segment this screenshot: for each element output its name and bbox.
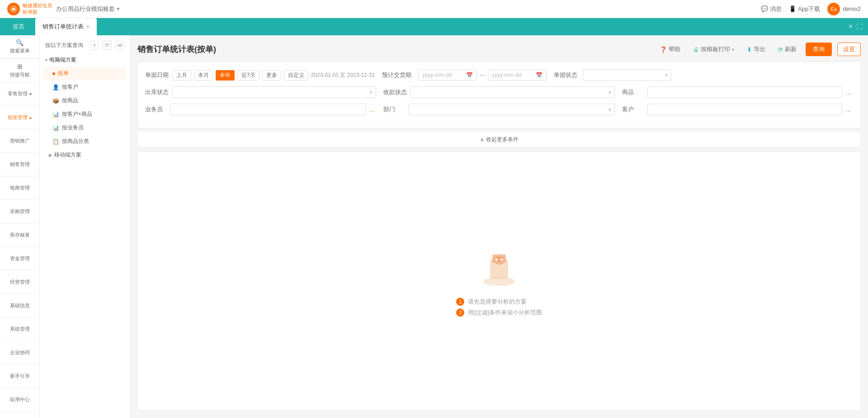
scheme-section-mobile-title[interactable]: ▶ 移动端方案 — [43, 148, 126, 162]
sidebar-item-wechat[interactable]: 企业微信 — [0, 412, 39, 418]
empty-tip-1: 1 请先选择要分析的方案 — [456, 298, 542, 306]
tab-home[interactable]: 首页 — [4, 18, 33, 35]
bill-status-select-wrapper — [583, 69, 671, 81]
tab-active[interactable]: 销售订单统计表 × — [35, 18, 97, 35]
bill-status-select[interactable] — [583, 69, 671, 81]
date-btn-this-year[interactable]: 本年 — [216, 70, 235, 81]
sidebar-item-operations[interactable]: 经营管理 — [0, 271, 39, 294]
date-btn-this-month[interactable]: 本月 — [194, 70, 213, 81]
search-icon: 🔍 — [16, 39, 24, 46]
date-dash: — — [480, 72, 485, 78]
sidebar-item-sales[interactable]: 销售管理 — [0, 153, 39, 176]
department-wrapper — [409, 104, 614, 115]
date-btn-custom[interactable]: 自定义 — [284, 70, 308, 81]
filter-customer: 客户 ... — [622, 104, 853, 115]
sidebar-item-system[interactable]: 系统管理 — [0, 318, 39, 341]
sidebar-item-finance[interactable]: 资金管理 — [0, 247, 39, 271]
sidebar-item-purchase[interactable]: 采购管理 — [0, 200, 39, 223]
sales-person-dots-btn[interactable]: ... — [368, 106, 377, 113]
scheme-item-by-category[interactable]: 📋 按商品分类 — [43, 135, 126, 148]
date-btn-last7[interactable]: 近7天 — [237, 70, 259, 81]
ship-status-select[interactable] — [172, 86, 376, 98]
customer-label: 客户 — [622, 105, 644, 114]
date-start-input[interactable]: yyyy-mm-dd 📅 — [418, 70, 477, 81]
filter-row-3: 业务员 ... 部门 — [145, 104, 853, 115]
right-panel: 销售订单统计表(按单) ❓ 帮助 🖨 按模板打印 ▾ ⬇ — [130, 35, 868, 418]
customer-input[interactable] — [647, 104, 843, 115]
scheme-section-mobile: ▶ 移动端方案 — [40, 148, 130, 162]
messages-btn[interactable]: 💬 消息 — [761, 5, 782, 13]
scheme-item-by-cust-prod[interactable]: 📊 按客户+商品 — [43, 108, 126, 121]
date-btn-group: 上月 本月 本年 近7天 更多 自定义 2023-01-01 至 2023-12… — [172, 70, 375, 81]
department-select[interactable] — [409, 104, 614, 115]
query-btn[interactable]: 查询 — [806, 43, 832, 56]
scheme-refresh-btn[interactable]: ⟳ — [103, 41, 112, 50]
sidebar-search[interactable]: 🔍 搜索菜单 — [0, 35, 39, 59]
product-input-group: ... — [647, 86, 853, 98]
scheme-panel-header: 按以下方案查询 + ⟳ ≪ — [40, 41, 130, 53]
product-dots-btn[interactable]: ... — [844, 89, 853, 96]
settings-btn[interactable]: 设置 — [837, 43, 861, 56]
sidebar-item-corp[interactable]: 企业协同 — [0, 341, 39, 365]
expected-date-label: 预计交货期 — [382, 71, 415, 79]
sidebar-item-ecommerce[interactable]: 电商管理 — [0, 176, 39, 200]
help-icon: ❓ — [660, 46, 667, 53]
logo-icon — [7, 3, 20, 15]
print-btn[interactable]: 🖨 按模板打印 ▾ — [689, 43, 738, 55]
date-range-text: 2023-01-01 至 2023-12-31 — [311, 71, 375, 79]
sidebar-item-appstore[interactable]: 应用中心 — [0, 388, 39, 412]
sidebar-item-wholesale[interactable]: 批发管理 ▴ — [0, 106, 39, 129]
scheme-item-by-sales[interactable]: 📊 按业务员 — [43, 121, 126, 134]
product-input[interactable] — [647, 86, 843, 98]
sidebar-item-newbie[interactable]: 新手引导 — [0, 365, 39, 388]
scheme-item-by-order[interactable]: 按单 — [43, 67, 126, 80]
bill-status-label: 单据状态 — [554, 71, 579, 79]
sales-person-input[interactable] — [170, 104, 366, 115]
refresh-btn[interactable]: ⟳ 刷新 — [774, 43, 800, 55]
sidebar-quick-nav[interactable]: ⊞ 快捷导航 — [0, 59, 39, 82]
scheme-item-by-product[interactable]: 📦 按商品 — [43, 94, 126, 107]
scheme-add-btn[interactable]: + — [90, 41, 99, 50]
filter-bill-date: 单据日期 上月 本月 本年 近7天 更多 自定义 2023-01-01 至 20… — [145, 70, 375, 81]
tab-close-icon[interactable]: × — [86, 24, 90, 30]
sidebar-item-retail[interactable]: 零售管理 ▾ — [0, 82, 39, 106]
chevron-up-icon: ▴ — [29, 115, 32, 120]
print-dropdown-icon: ▾ — [732, 47, 734, 52]
tab-maximize-btn[interactable]: ⛶ — [856, 23, 863, 30]
avatar: Ea — [827, 3, 840, 15]
sidebar-item-marketing[interactable]: 营销推广 — [0, 129, 39, 153]
page-title: 销售订单统计表(按单) — [137, 44, 216, 55]
tab-minimize-btn[interactable]: × — [849, 23, 853, 31]
payment-status-select[interactable] — [410, 86, 614, 98]
scheme-item-by-customer[interactable]: 👤 按客户 — [43, 81, 126, 94]
filter-row-2: 出库状态 收款状态 — [145, 86, 853, 98]
tip-num-1: 1 — [456, 298, 464, 306]
sales-person-label: 业务员 — [145, 105, 167, 114]
header-dropdown-icon[interactable]: ▾ — [117, 5, 120, 12]
collapse-row[interactable]: ∧ 收起更多条件 — [137, 132, 861, 147]
scheme-section-pc-title[interactable]: ▾ 电脑端方案 — [43, 53, 126, 66]
customer-dots-btn[interactable]: ... — [844, 106, 853, 113]
user-menu[interactable]: Ea demo2 — [827, 3, 861, 15]
page-header: 销售订单统计表(按单) ❓ 帮助 🖨 按模板打印 ▾ ⬇ — [137, 43, 861, 56]
export-btn[interactable]: ⬇ 导出 — [743, 43, 769, 55]
date-end-input[interactable]: yyyy-mm-dd 📅 — [488, 70, 547, 81]
page-body: 按以下方案查询 + ⟳ ≪ ▾ 电脑端方案 按单 👤 — [40, 35, 868, 418]
help-btn[interactable]: ❓ 帮助 — [656, 43, 684, 55]
payment-status-label: 收款状态 — [383, 88, 407, 96]
date-btn-last-month[interactable]: 上月 — [172, 70, 191, 81]
sidebar-item-inventory[interactable]: 库存核算 — [0, 223, 39, 247]
tab-bar: 首页 销售订单统计表 × × ⛶ — [0, 18, 868, 35]
filter-ship-status: 出库状态 — [145, 86, 376, 98]
app-download-btn[interactable]: 📱 App下载 — [789, 5, 820, 13]
empty-tip-2: 2 用[过滤]条件来缩小分析范围 — [456, 309, 542, 317]
filter-department: 部门 — [383, 104, 614, 115]
chevron-right-icon: ▶ — [49, 152, 52, 157]
collapse-btn[interactable]: ∧ 收起更多条件 — [480, 136, 519, 143]
sidebar-item-basics[interactable]: 基础信息 — [0, 294, 39, 318]
scheme-collapse-btn[interactable]: ≪ — [115, 41, 124, 50]
bill-date-label: 单据日期 — [145, 71, 169, 79]
header-right: 💬 消息 📱 App下载 Ea demo2 — [761, 3, 861, 15]
grid-icon: ⊞ — [17, 63, 23, 70]
date-btn-more[interactable]: 更多 — [262, 70, 281, 81]
